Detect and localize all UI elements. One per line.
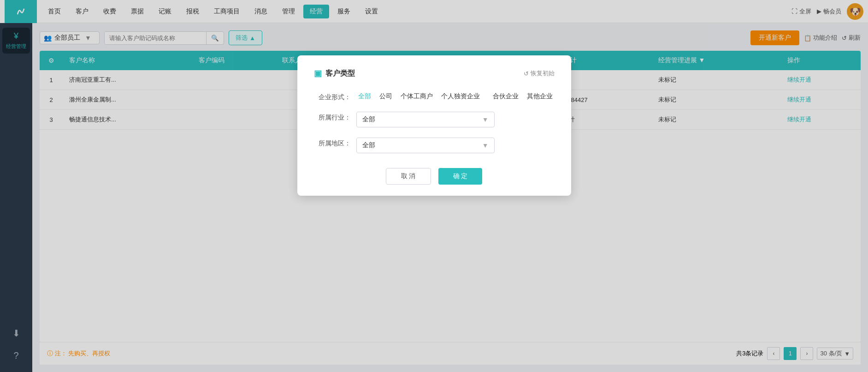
option-company[interactable]: 公司 bbox=[378, 91, 394, 102]
confirm-button[interactable]: 确 定 bbox=[438, 168, 483, 185]
region-form-row: 所属地区： 全部 ▼ bbox=[314, 138, 555, 153]
region-select[interactable]: 全部 ▼ bbox=[356, 138, 495, 153]
filter-icon: ▣ bbox=[314, 68, 322, 78]
modal-overlay: ▣ 客户类型 ↺ 恢复初始 企业形式： 全部 公司 个体工商户 个人独资企业 合… bbox=[0, 0, 868, 372]
modal-title: ▣ 客户类型 bbox=[314, 68, 355, 78]
modal-header: ▣ 客户类型 ↺ 恢复初始 bbox=[314, 68, 555, 78]
region-label: 所属地区： bbox=[314, 138, 351, 148]
filter-modal: ▣ 客户类型 ↺ 恢复初始 企业形式： 全部 公司 个体工商户 个人独资企业 合… bbox=[297, 55, 571, 196]
option-partnership[interactable]: 合伙企业 bbox=[491, 91, 520, 102]
modal-footer: 取 消 确 定 bbox=[314, 168, 555, 185]
chevron-down-icon: ▼ bbox=[482, 116, 489, 123]
reset-icon: ↺ bbox=[524, 70, 529, 77]
industry-label: 所属行业： bbox=[314, 112, 351, 122]
option-sole[interactable]: 个人独资企业 bbox=[439, 91, 482, 102]
industry-select[interactable]: 全部 ▼ bbox=[356, 112, 495, 127]
chevron-down-icon: ▼ bbox=[482, 142, 489, 149]
option-other[interactable]: 其他企业 bbox=[525, 91, 555, 102]
industry-form-row: 所属行业： 全部 ▼ bbox=[314, 112, 555, 127]
enterprise-form-label: 企业形式： bbox=[314, 91, 351, 102]
option-individual[interactable]: 个体工商户 bbox=[399, 91, 435, 102]
reset-button[interactable]: ↺ 恢复初始 bbox=[524, 69, 555, 78]
cancel-button[interactable]: 取 消 bbox=[386, 168, 431, 185]
enterprise-form-row: 企业形式： 全部 公司 个体工商户 个人独资企业 合伙企业 其他企业 bbox=[314, 91, 555, 102]
enterprise-options: 全部 公司 个体工商户 个人独资企业 合伙企业 其他企业 bbox=[356, 91, 555, 102]
option-all[interactable]: 全部 bbox=[356, 91, 373, 102]
